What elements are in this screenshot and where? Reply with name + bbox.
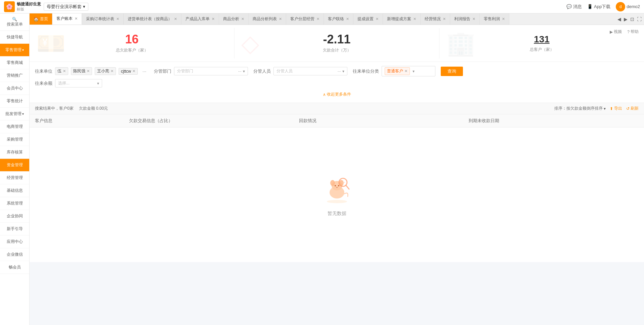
tab-prev-btn[interactable]: ◀ — [616, 16, 622, 22]
sort-button[interactable]: 排序：按欠款金额倒序排序 ▾ — [554, 106, 606, 111]
col-header-customer: 客户信息 — [35, 118, 129, 124]
filter-row-1: 往来单位 伍 ✕ 陈民强 ✕ 王小亮 ✕ cjttcw — [35, 66, 639, 76]
sidebar-item-app-center[interactable]: 应用中心 — [0, 236, 29, 248]
tab-customer-contact[interactable]: 客户联络 ✕ — [324, 13, 353, 25]
filter-tag-cjttcw: cjttcw ✕ — [119, 68, 138, 75]
export-button[interactable]: ⬆ 导出 — [610, 106, 622, 111]
chevron-down-dept: ▾ — [243, 69, 245, 74]
balance-select[interactable]: 选择... ▾ — [55, 79, 102, 87]
app-download-btn[interactable]: 📱 App下载 — [587, 4, 610, 10]
tab-product-list[interactable]: 商品分析列表 ✕ — [249, 13, 286, 25]
messages-btn[interactable]: 💬 消息 — [566, 4, 582, 10]
remove-unit-class[interactable]: ✕ — [404, 69, 407, 73]
stat-value-customers: 16 — [116, 33, 148, 45]
tab-commission-settings[interactable]: 提成设置 ✕ — [353, 13, 383, 25]
sidebar-item-enterprise[interactable]: 企业协同 — [0, 210, 29, 223]
tab-profit-report[interactable]: 利润报告 ✕ — [450, 13, 480, 25]
results-count: 搜索结果中，客户0家 — [35, 106, 74, 111]
col-header-debt: 欠款交易信息（占比） — [129, 118, 299, 124]
remove-tag-chen[interactable]: ✕ — [87, 69, 90, 73]
svg-line-9 — [346, 185, 349, 189]
sidebar-item-purchase[interactable]: 采购管理 — [0, 133, 29, 146]
tab-retail-profit[interactable]: 零售利润 ✕ — [480, 13, 509, 25]
sidebar-item-finance[interactable]: 资金管理 — [0, 159, 29, 172]
more-tags-btn[interactable]: ··· — [140, 68, 148, 75]
stat-value-amount: -2.11 — [323, 33, 351, 45]
tab-fullscreen-btn[interactable]: ⛶ — [636, 16, 643, 22]
tab-cost-inbound[interactable]: 产成品入库单 ✕ — [181, 13, 219, 25]
remove-tag-cjttcw[interactable]: ✕ — [132, 69, 135, 73]
user-avatar-area[interactable]: d demo2 — [616, 2, 640, 11]
tab-close-purchase[interactable]: ✕ — [116, 17, 119, 21]
tab-home[interactable]: 🏠 首页 — [30, 13, 52, 25]
filter-tag-chen: 陈民强 ✕ — [71, 67, 92, 75]
chevron-icon: ▾ — [22, 48, 24, 52]
query-button[interactable]: 查询 — [441, 67, 463, 76]
tab-close-ops[interactable]: ✕ — [443, 17, 446, 21]
tab-close-new-comm[interactable]: ✕ — [413, 17, 416, 21]
dept-select[interactable]: 分管部门 ··· ▾ — [174, 67, 248, 75]
remove-tag-wu[interactable]: ✕ — [63, 69, 66, 73]
tab-inbound-stats[interactable]: 进货单统计表（按商品） ✕ — [124, 13, 181, 25]
tab-close-cost[interactable]: ✕ — [212, 17, 215, 21]
tab-close-inbound[interactable]: ✕ — [174, 17, 177, 21]
tab-close-profit[interactable]: ✕ — [472, 17, 475, 21]
table-area: 客户信息 欠款交易信息（占比） 回款情况 到期未收款日期 — [30, 114, 644, 262]
stat-content-3: 131 总客户（家） — [530, 34, 554, 52]
tab-purchase-order-stats[interactable]: 采购订单统计表 ✕ — [82, 13, 124, 25]
sidebar-item-member[interactable]: 会员中心 — [0, 82, 29, 95]
filter-area: 往来单位 伍 ✕ 陈民强 ✕ 王小亮 ✕ cjttcw — [30, 62, 644, 103]
sidebar-item-ecommerce[interactable]: 电商管理 — [0, 120, 29, 133]
sidebar-item-retail-mgmt[interactable]: 零售管理 ▾ — [0, 44, 29, 57]
tab-next-btn[interactable]: ▶ — [623, 16, 629, 22]
tab-close-product-list[interactable]: ✕ — [279, 17, 282, 21]
sidebar-item-marketing[interactable]: 营销推广 — [0, 69, 29, 82]
stat-value-total: 131 — [530, 34, 554, 45]
sidebar-item-retail-mall[interactable]: 零售商城 — [0, 57, 29, 69]
tab-customer-segment[interactable]: 客户分层经营 ✕ — [286, 13, 324, 25]
refresh-icon: ↺ — [626, 106, 630, 111]
tab-close-contact[interactable]: ✕ — [346, 17, 349, 21]
stat-content-2: -2.11 欠款合计（万） — [323, 33, 351, 53]
workspace-selector[interactable]: 母婴行业演示帐套 ▾ — [44, 3, 88, 11]
sidebar-item-retail-stats[interactable]: 零售统计 — [0, 95, 29, 108]
sidebar-item-system[interactable]: 系统管理 — [0, 197, 29, 210]
sidebar-item-vip[interactable]: 畅会员 — [0, 261, 29, 274]
stat-credit-customers: 💴 16 总欠款客户（家） — [30, 28, 234, 59]
tab-close-commission[interactable]: ✕ — [376, 17, 379, 21]
svg-point-7 — [336, 187, 338, 188]
unit-class-select[interactable]: 普通客户 ✕ ▾ — [382, 66, 435, 76]
stat-content-1: 16 总欠款客户（家） — [116, 33, 148, 53]
sidebar-item-inventory[interactable]: 库存核算 — [0, 146, 29, 159]
person-select[interactable]: 分管人员 ··· ▾ — [273, 67, 347, 75]
tab-close-segment[interactable]: ✕ — [316, 17, 319, 21]
dept-label: 分管部门 — [154, 68, 171, 74]
tab-close-customer-account[interactable]: ✕ — [75, 16, 78, 21]
sidebar-item-business[interactable]: 经营管理 — [0, 172, 29, 184]
stat-label-amount: 欠款合计（万） — [323, 47, 351, 53]
refresh-button[interactable]: ↺ 刷新 — [626, 106, 639, 111]
chevron-down-balance: ▾ — [97, 81, 99, 86]
tab-customer-account[interactable]: 客户账本 ✕ — [52, 13, 82, 25]
filter-row-2: 往来余额 选择... ▾ — [35, 79, 639, 87]
tabs-navigation: ◀ ▶ ⊡ ⛶ — [615, 16, 644, 22]
sidebar-item-quick-nav[interactable]: 快捷导航 — [0, 31, 29, 44]
sidebar-search[interactable]: 🔍 搜索菜单 — [0, 13, 29, 31]
search-results-bar: 搜索结果中，客户0家 欠款金额 0.00元 排序：按欠款金额倒序排序 ▾ ⬆ 导… — [30, 103, 644, 114]
collapse-btn[interactable]: ∧ 收起更多条件 — [319, 90, 355, 99]
tab-product-analysis[interactable]: 商品分析 ✕ — [219, 13, 249, 25]
tab-operations[interactable]: 经营情况 ✕ — [421, 13, 450, 25]
sidebar-item-wholesale[interactable]: 批发管理 ▾ — [0, 108, 29, 120]
tab-close-retail[interactable]: ✕ — [502, 17, 505, 21]
tab-expand-btn[interactable]: ⊡ — [629, 16, 635, 22]
tab-new-commission[interactable]: 新增提成方案 ✕ — [383, 13, 421, 25]
sidebar-item-basic[interactable]: 基础信息 — [0, 184, 29, 197]
sidebar-item-newbie[interactable]: 新手引导 — [0, 223, 29, 236]
tab-close-product[interactable]: ✕ — [241, 17, 244, 21]
col-header-due-date: 到期未收款日期 — [469, 118, 639, 124]
collapse-up-icon: ∧ — [323, 92, 326, 97]
svg-point-5 — [335, 185, 336, 186]
stat-icon-2: ◇ — [241, 30, 259, 57]
remove-tag-wang[interactable]: ✕ — [111, 69, 114, 73]
sidebar-item-wecom[interactable]: 企业微信 — [0, 248, 29, 261]
